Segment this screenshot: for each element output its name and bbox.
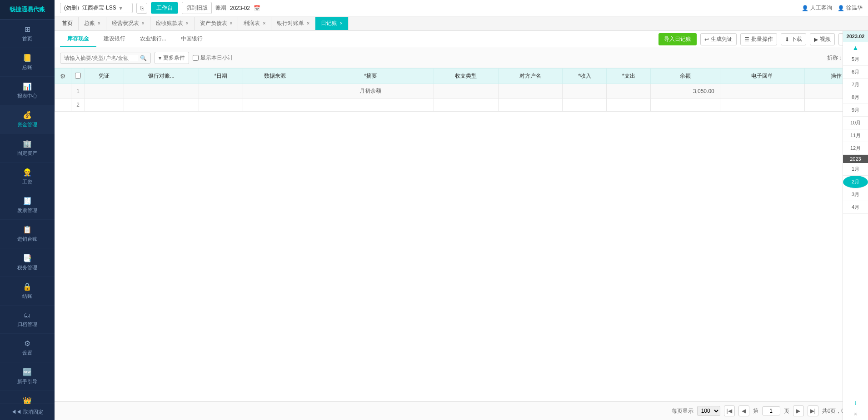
bank-rec-cell[interactable]: [124, 99, 199, 112]
switch-old-button[interactable]: 切到旧版: [182, 2, 212, 14]
date-month-6[interactable]: 6月: [843, 66, 868, 79]
journal-table: ⚙ 凭证 银行对账... *日期 数据来源 *摘要 收支类型 对方户名 *收入 …: [55, 68, 868, 112]
support-icon: 👤: [802, 5, 808, 11]
page-size-select[interactable]: 100 50 200: [697, 406, 720, 416]
purchase-sales-icon: 📋: [23, 225, 32, 234]
e-bill-cell: [720, 99, 804, 112]
date-month-1[interactable]: 1月: [843, 163, 868, 176]
close-business-status-tab[interactable]: ×: [142, 21, 145, 26]
batch-op-label: 批量操作: [751, 35, 773, 43]
first-page-button[interactable]: |◀: [724, 405, 735, 416]
search-icon[interactable]: 🔍: [140, 55, 147, 61]
tab-journal[interactable]: 日记账 ×: [315, 17, 349, 30]
date-panel-header[interactable]: 2023.02: [843, 31, 868, 42]
date-panel-prev-arrow[interactable]: ▲: [843, 42, 868, 53]
close-profit-tab[interactable]: ×: [263, 21, 265, 26]
copy-button[interactable]: ⎘: [136, 3, 147, 14]
tab-home[interactable]: 首页: [56, 17, 79, 30]
date-month-5[interactable]: 5月: [843, 53, 868, 66]
income-cell[interactable]: [563, 99, 607, 112]
tab-profit[interactable]: 利润表 ×: [238, 17, 271, 30]
video-button[interactable]: ▶ 视频: [810, 33, 835, 45]
sidebar-item-reports[interactable]: 📊 报表中心: [0, 77, 55, 105]
e-bill-col-header: 电子回单: [720, 69, 804, 84]
unpin-sidebar-button[interactable]: ◀◀ 取消固定: [0, 404, 55, 420]
invoices-icon: 🧾: [23, 197, 32, 205]
search-input[interactable]: [64, 55, 138, 61]
expenditure-cell[interactable]: [607, 99, 651, 112]
voucher-cell[interactable]: [85, 99, 124, 112]
sub-tab-cash[interactable]: 库存现金: [60, 31, 96, 47]
daily-sum-checkbox-input[interactable]: [193, 55, 199, 61]
workbench-button[interactable]: 工作台: [151, 2, 178, 14]
close-accounts-receivable-tab[interactable]: ×: [186, 21, 189, 26]
batch-op-button[interactable]: ☰ 批量操作: [740, 33, 777, 45]
sidebar-item-closing[interactable]: 🔒 结账: [0, 277, 55, 306]
support-button[interactable]: 👤 人工客询: [802, 4, 832, 12]
sidebar-item-invoices[interactable]: 🧾 发票管理: [0, 191, 55, 220]
column-settings-icon[interactable]: ⚙: [60, 73, 66, 80]
tab-business-status-label: 经营状况表: [112, 20, 139, 27]
company-selector[interactable]: (勿删）江西睿宝-LSS ▼: [60, 3, 133, 13]
sidebar-item-archive[interactable]: 🗂 归档管理: [0, 306, 55, 334]
import-journal-button[interactable]: 导入日记账: [658, 33, 697, 45]
last-page-button[interactable]: ▶|: [808, 405, 818, 416]
close-assets-liabilities-tab[interactable]: ×: [230, 21, 233, 26]
checkbox-col-header[interactable]: [71, 69, 85, 84]
date-cell[interactable]: [199, 99, 243, 112]
sub-tab-ccb[interactable]: 建设银行: [96, 31, 133, 47]
sidebar-item-wages[interactable]: 👷 工资: [0, 163, 55, 191]
sidebar-item-home[interactable]: ⊞ 首页: [0, 20, 55, 48]
tab-ledger[interactable]: 总账 ×: [79, 17, 106, 30]
summary-cell[interactable]: [307, 99, 434, 112]
tab-accounts-receivable[interactable]: 应收账款表 ×: [150, 17, 195, 30]
date-month-11[interactable]: 11月: [843, 129, 868, 142]
date-month-10[interactable]: 10月: [843, 117, 868, 129]
select-all-checkbox[interactable]: [75, 73, 81, 79]
sidebar-item-tax[interactable]: 📑 税务管理: [0, 248, 55, 277]
sub-tab-abc[interactable]: 农业银行...: [133, 31, 174, 47]
settings-col-header[interactable]: ⚙: [55, 69, 71, 84]
close-bank-reconciliation-tab[interactable]: ×: [307, 21, 309, 26]
calendar-icon[interactable]: 📅: [254, 5, 260, 11]
date-month-8[interactable]: 8月: [843, 91, 868, 104]
sidebar-item-purchase-sales[interactable]: 📋 进销台账: [0, 220, 55, 248]
next-page-button[interactable]: ▶: [793, 405, 804, 416]
more-filter-button[interactable]: ▾ 更多条件: [155, 52, 189, 64]
show-daily-sum-checkbox[interactable]: 显示本日小计: [193, 54, 233, 62]
close-ledger-tab[interactable]: ×: [98, 21, 100, 26]
tab-assets-liabilities[interactable]: 资产负债表 ×: [195, 17, 239, 30]
date-month-2-active[interactable]: 2月: [843, 176, 868, 188]
sub-tab-boc[interactable]: 中国银行: [174, 31, 210, 47]
date-month-9[interactable]: 9月: [843, 104, 868, 117]
download-button[interactable]: ⬇ 下载: [781, 33, 806, 45]
page-number-input[interactable]: [762, 406, 780, 415]
generate-voucher-label: 生成凭证: [711, 35, 733, 43]
sidebar-item-guide[interactable]: 🆕 新手引导: [0, 362, 55, 391]
expenditure-col-header: *支出: [607, 69, 651, 84]
sidebar-item-settings[interactable]: ⚙ 设置: [0, 334, 55, 362]
close-journal-tab[interactable]: ×: [340, 21, 343, 26]
currency-label: 折称：: [827, 54, 843, 62]
tab-bank-reconciliation[interactable]: 银行对账单 ×: [271, 17, 315, 30]
sidebar-item-member[interactable]: 👑 畅会员: [0, 391, 55, 404]
prev-page-button[interactable]: ◀: [738, 405, 749, 416]
data-source-col-header: 数据来源: [243, 69, 307, 84]
date-month-4[interactable]: 4月: [843, 201, 868, 214]
date-month-7[interactable]: 7月: [843, 79, 868, 91]
user-info[interactable]: 👤 徐温华: [838, 4, 863, 12]
date-month-3[interactable]: 3月: [843, 188, 868, 201]
tab-business-status[interactable]: 经营状况表 ×: [106, 17, 150, 30]
sidebar-item-assets[interactable]: 🏢 固定资产: [0, 134, 55, 163]
generate-voucher-button[interactable]: ↩ 生成凭证: [700, 33, 737, 45]
tabs-bar: 首页 总账 × 经营状况表 × 应收账款表 × 资产负债表 × 利润表 ×: [55, 16, 868, 31]
closing-icon: 🔒: [23, 282, 32, 291]
row-number: 1: [76, 88, 80, 94]
sidebar-item-funds[interactable]: 💰 资金管理: [0, 105, 55, 134]
sidebar-item-ledger[interactable]: 📒 总账: [0, 48, 55, 77]
content-area: 库存现金 建设银行 农业银行... 中国银行 导入日记账 ↩ 生成凭证 ☰ 批量…: [55, 31, 868, 420]
date-panel-next-arrow[interactable]: ↓: [843, 397, 868, 408]
table-row: 1 月初余额 3,050.00: [55, 84, 868, 99]
date-panel-close-button[interactable]: ×: [843, 408, 868, 420]
date-month-12[interactable]: 12月: [843, 142, 868, 155]
